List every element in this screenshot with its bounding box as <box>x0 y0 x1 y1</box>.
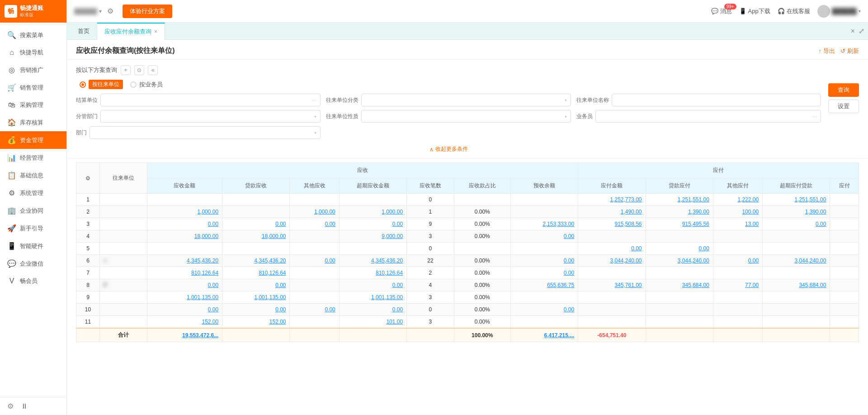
cell-9[interactable] <box>578 304 646 316</box>
sidebar-item-guide[interactable]: 🚀新手引导 <box>0 219 66 237</box>
cell-10[interactable] <box>646 291 713 304</box>
cell-12[interactable] <box>763 304 830 316</box>
industry-solution-btn[interactable]: 体验行业方案 <box>123 5 172 18</box>
cell-2[interactable]: 4,345,436.20 <box>147 255 222 267</box>
cell-8[interactable]: 2,153,333.00 <box>510 218 578 230</box>
collapse-conditions-btn[interactable]: ∧ 收起更多条件 <box>429 143 468 155</box>
cell-10[interactable] <box>646 304 713 316</box>
cell-3[interactable]: 18,000.00 <box>222 230 290 243</box>
cell-3[interactable]: 0.00 <box>222 279 290 291</box>
cell-9[interactable] <box>578 316 646 329</box>
query-btn[interactable]: 查询 <box>828 83 859 97</box>
tab-close-icon[interactable]: × <box>154 29 157 35</box>
gear-icon[interactable]: ⚙ <box>7 402 14 410</box>
app-download-btn[interactable]: 📱 App下载 <box>739 7 770 15</box>
cell-4[interactable]: 0.00 <box>290 255 339 267</box>
cell-10[interactable] <box>646 267 713 279</box>
th-gear[interactable]: ⚙ <box>76 163 100 194</box>
cell-5[interactable]: 0.00 <box>339 304 406 316</box>
cell-4[interactable] <box>290 267 339 279</box>
cell-3[interactable]: 152.00 <box>222 316 290 329</box>
cell-13[interactable] <box>830 230 859 243</box>
sidebar-item-marketing[interactable]: ◎营销推广 <box>0 61 66 79</box>
filter-add-btn[interactable]: + <box>121 65 131 75</box>
sidebar-item-member[interactable]: V畅会员 <box>0 272 66 290</box>
cell-3[interactable]: 0.00 <box>222 218 290 230</box>
cell-8[interactable]: 655,636.75 <box>510 279 578 291</box>
cell-5[interactable]: 1,001,135.00 <box>339 291 406 304</box>
cell-5[interactable]: 0.00 <box>339 279 406 291</box>
cell-4[interactable]: 0.00 <box>290 218 339 230</box>
cell-11[interactable] <box>713 304 762 316</box>
messages-btn[interactable]: 💬 消息 99+ <box>711 7 732 15</box>
sidebar-item-purchase[interactable]: 🛍采购管理 <box>0 96 66 114</box>
cell-13[interactable] <box>830 304 859 316</box>
cell-2[interactable]: 0.00 <box>147 279 222 291</box>
cell-5[interactable]: 0.00 <box>339 218 406 230</box>
cell-10[interactable]: 1,390.00 <box>646 206 713 218</box>
cell-9[interactable] <box>578 230 646 243</box>
cell-4[interactable] <box>290 291 339 304</box>
cell-12[interactable] <box>763 316 830 329</box>
cell-4[interactable] <box>290 194 339 206</box>
refresh-btn[interactable]: ↺ 刷新 <box>840 47 859 55</box>
cell-11[interactable]: 13.00 <box>713 218 762 230</box>
cell-4[interactable] <box>290 316 339 329</box>
cell-10[interactable]: 1,251,551.00 <box>646 194 713 206</box>
cell-2[interactable]: 0.00 <box>147 218 222 230</box>
sidebar-item-funds[interactable]: 💰资金管理 <box>0 131 66 149</box>
cell-8[interactable]: 0.00 <box>510 230 578 243</box>
cell-10[interactable]: 3,044,240.00 <box>646 255 713 267</box>
department-select[interactable]: ▾ <box>90 126 321 139</box>
cell-10[interactable]: 0.00 <box>646 243 713 255</box>
cell-8[interactable] <box>510 194 578 206</box>
sidebar-item-quick-nav[interactable]: ⌂快捷导航 <box>0 44 66 61</box>
filter-option-by-salesman[interactable]: 按业务员 <box>130 80 163 89</box>
cell-4[interactable] <box>290 279 339 291</box>
cell-12[interactable] <box>763 230 830 243</box>
online-service-btn[interactable]: 🎧 在线客服 <box>778 7 810 15</box>
cell-2[interactable]: 810,126.64 <box>147 267 222 279</box>
cell-12[interactable] <box>763 267 830 279</box>
sidebar-item-smart-hw[interactable]: 📱智能硬件 <box>0 237 66 255</box>
unit-name-input[interactable] <box>612 94 821 106</box>
cell-8[interactable] <box>510 243 578 255</box>
cell-9[interactable]: 1,252,773.00 <box>578 194 646 206</box>
cell-9[interactable] <box>578 291 646 304</box>
sidebar-item-system[interactable]: ⚙系统管理 <box>0 184 66 202</box>
cell-11[interactable]: 1,222.00 <box>713 194 762 206</box>
sidebar-item-search-menu[interactable]: 🔍搜索菜单 <box>0 26 66 44</box>
cell-9[interactable]: 1,490.00 <box>578 206 646 218</box>
cell-10[interactable]: 915,495.56 <box>646 218 713 230</box>
cell-3[interactable] <box>222 243 290 255</box>
cell-12[interactable]: 1,251,551.00 <box>763 194 830 206</box>
cell-2[interactable]: 152.00 <box>147 316 222 329</box>
tab-ar-ap[interactable]: 应收应付余额查询 × <box>97 23 165 40</box>
cell-12[interactable]: 3,044,240.00 <box>763 255 830 267</box>
cell-8[interactable] <box>510 291 578 304</box>
cell-3[interactable] <box>222 206 290 218</box>
sidebar-item-inventory[interactable]: 🏠库存核算 <box>0 114 66 131</box>
setting-btn[interactable]: 设置 <box>828 100 859 113</box>
export-btn[interactable]: ↑ 导出 <box>819 47 835 55</box>
cell-3[interactable] <box>222 194 290 206</box>
sidebar-item-wechat[interactable]: 💬企业微信 <box>0 255 66 272</box>
close-window-icon[interactable]: × <box>851 27 855 35</box>
cell-8[interactable] <box>510 316 578 329</box>
user-menu[interactable]: ██████ ▾ <box>817 5 861 18</box>
filter-option-by-unit[interactable]: 按往来单位 <box>80 80 123 89</box>
cell-11[interactable]: 77.00 <box>713 279 762 291</box>
settlement-unit-input[interactable]: ··· <box>100 94 321 106</box>
sidebar-item-operations[interactable]: 📊经营管理 <box>0 149 66 167</box>
table-gear-icon[interactable]: ⚙ <box>85 175 90 181</box>
cell-12[interactable]: 345,684.00 <box>763 279 830 291</box>
cell-13[interactable] <box>830 243 859 255</box>
cell-13[interactable] <box>830 316 859 329</box>
cell-4[interactable]: 1,000.00 <box>290 206 339 218</box>
cell-11[interactable] <box>713 291 762 304</box>
cell-3[interactable]: 1,001,135.00 <box>222 291 290 304</box>
cell-11[interactable] <box>713 230 762 243</box>
cell-8[interactable]: 0.00 <box>510 304 578 316</box>
cell-11[interactable] <box>713 316 762 329</box>
cell-13[interactable] <box>830 291 859 304</box>
